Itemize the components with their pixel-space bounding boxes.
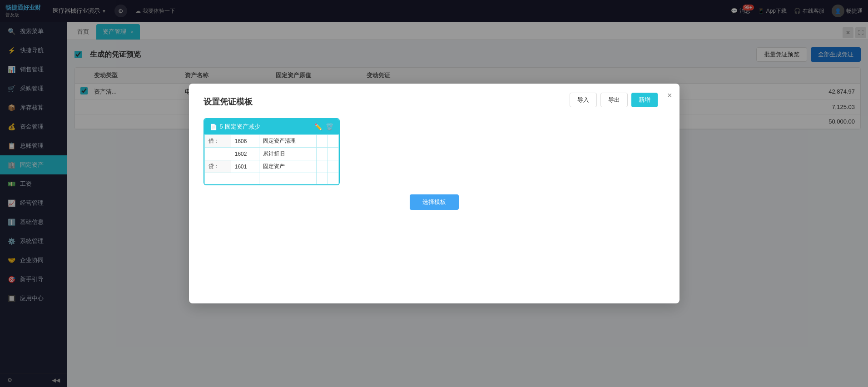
select-template-button[interactable]: 选择模板 <box>410 194 459 210</box>
debit-code-2: 1602 <box>231 148 259 160</box>
template-debit-row-2: 1602 累计折旧 <box>204 148 338 160</box>
template-empty-row <box>204 173 338 184</box>
modal-body: 📄 5-固定资产减少 ✏️ 🗑️ 借： 1606 固定资产清理 <box>203 118 665 291</box>
debit-name-1: 固定资产清理 <box>259 135 316 148</box>
new-template-button[interactable]: 新增 <box>631 93 658 107</box>
debit-label: 借： <box>204 135 231 148</box>
debit-code-1: 1606 <box>231 135 259 148</box>
edit-template-icon[interactable]: ✏️ <box>314 123 322 130</box>
modal-header-actions: 导入 导出 新增 <box>570 93 658 107</box>
template-debit-row-1: 借： 1606 固定资产清理 <box>204 135 338 148</box>
credit-name-1: 固定资产 <box>259 160 316 173</box>
template-credit-row-1: 贷： 1601 固定资产 <box>204 160 338 173</box>
modal-set-template: × 导入 导出 新增 设置凭证模板 📄 5-固定资产减少 ✏️ 🗑️ <box>189 84 680 303</box>
template-card-actions: ✏️ 🗑️ <box>314 123 333 130</box>
template-card-title: 📄 5-固定资产减少 <box>210 123 261 131</box>
credit-label: 贷： <box>204 160 231 173</box>
export-button[interactable]: 导出 <box>600 93 628 107</box>
credit-code-1: 1601 <box>231 160 259 173</box>
modal-close-button[interactable]: × <box>667 91 672 100</box>
debit-name-2: 累计折旧 <box>259 148 316 160</box>
template-entries-table: 借： 1606 固定资产清理 1602 累计折旧 <box>204 134 339 184</box>
delete-template-icon[interactable]: 🗑️ <box>326 123 333 130</box>
template-card-header: 📄 5-固定资产减少 ✏️ 🗑️ <box>204 119 339 134</box>
template-card: 📄 5-固定资产减少 ✏️ 🗑️ 借： 1606 固定资产清理 <box>203 118 340 185</box>
template-doc-icon: 📄 <box>210 124 217 130</box>
modal-overlay[interactable]: × 导入 导出 新增 设置凭证模板 📄 5-固定资产减少 ✏️ 🗑️ <box>0 0 868 387</box>
import-button[interactable]: 导入 <box>570 93 597 107</box>
